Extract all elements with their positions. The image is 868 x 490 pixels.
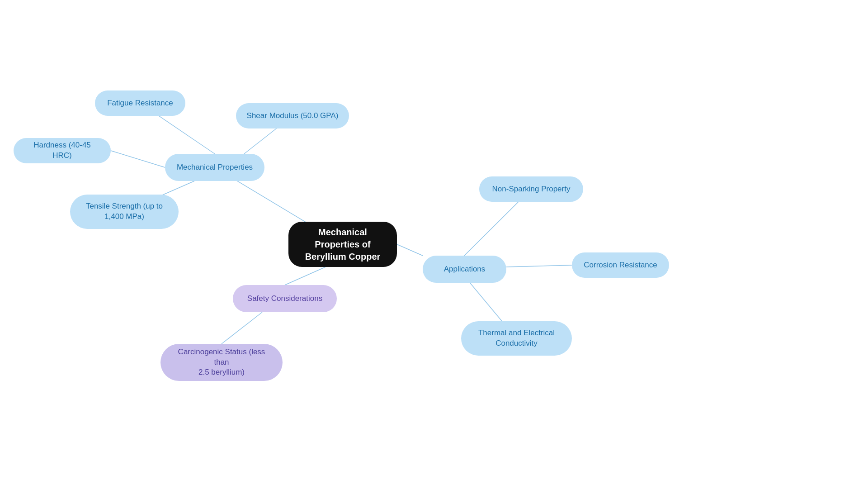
node-shear-label: Shear Modulus (50.0 GPA) [247,111,339,121]
node-tensile-strength: Tensile Strength (up to 1,400 MPa) [70,195,179,229]
node-hardness-label: Hardness (40-45 HRC) [24,140,101,161]
svg-line-2 [111,151,165,167]
node-corrosion-resistance: Corrosion Resistance [572,252,669,278]
node-thermal-label: Thermal and Electrical Conductivity [478,328,555,349]
node-tensile-label: Tensile Strength (up to 1,400 MPa) [80,201,169,222]
node-carcinogenic-status: Carcinogenic Status (less than 2.5 beryl… [160,344,283,381]
node-fatigue-resistance: Fatigue Resistance [95,90,185,116]
node-mechanical-properties: Mechanical Properties [165,154,264,181]
node-safety-label: Safety Considerations [247,294,322,304]
center-node: Mechanical Properties of Beryllium Coppe… [288,222,397,267]
node-hardness: Hardness (40-45 HRC) [14,138,111,163]
svg-line-9 [506,265,572,267]
svg-line-6 [222,312,262,344]
center-label: Mechanical Properties of Beryllium Coppe… [298,226,387,263]
node-thermal-electrical: Thermal and Electrical Conductivity [461,321,572,356]
node-carcinogenic-label: Carcinogenic Status (less than 2.5 beryl… [170,347,273,378]
node-applications: Applications [423,256,506,283]
node-fatigue-label: Fatigue Resistance [107,98,173,109]
node-non-sparking-label: Non-Sparking Property [492,184,571,195]
node-non-sparking: Non-Sparking Property [479,176,583,202]
node-shear-modulus: Shear Modulus (50.0 GPA) [236,103,349,128]
node-corrosion-label: Corrosion Resistance [584,260,657,271]
svg-line-7 [397,244,423,256]
node-applications-label: Applications [444,264,486,275]
node-mechanical-properties-label: Mechanical Properties [177,162,253,173]
connections-svg [0,0,868,490]
node-safety-considerations: Safety Considerations [233,285,337,312]
svg-line-5 [285,267,326,285]
